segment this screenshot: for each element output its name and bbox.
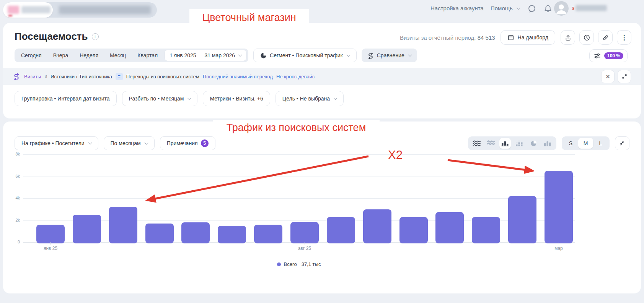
y-axis-label: 6k — [7, 174, 20, 178]
chart-bar-ноя 25[interactable] — [399, 217, 428, 243]
annotation-shop-title: Цветочный магазин — [189, 9, 309, 26]
legend-label: Всего — [284, 261, 297, 267]
chart-bar-янв 26[interactable] — [472, 217, 500, 243]
chart-bar-май 25[interactable] — [181, 222, 210, 243]
annotation-chart-title: Трафик из поисковых систем — [213, 120, 380, 135]
x-axis-tick — [305, 242, 305, 245]
chart-bar-дек 25[interactable] — [435, 212, 464, 243]
x-axis-label: янв 25 — [35, 246, 66, 251]
chart-bar-мар 25[interactable] — [109, 207, 137, 243]
chart-bar-мар 26[interactable] — [545, 171, 573, 243]
x-axis-label: авг 25 — [289, 246, 320, 251]
x-axis-tick — [51, 242, 51, 245]
y-axis-label: 2k — [7, 218, 20, 222]
x-axis-label: мар — [543, 246, 574, 251]
gridline — [23, 154, 575, 155]
legend-color-dot — [277, 262, 281, 266]
chart-bar-июн 25[interactable] — [218, 226, 246, 243]
gridline — [23, 198, 575, 199]
chart-bar-окт 25[interactable] — [363, 209, 391, 243]
chart-bar-апр 25[interactable] — [145, 224, 174, 243]
chart-bar-янв 25[interactable] — [36, 225, 65, 243]
chart-bar-июл 25[interactable] — [254, 225, 282, 243]
y-axis-label: 8k — [7, 152, 20, 156]
chart-bar-сен 25[interactable] — [327, 217, 355, 243]
y-axis-label: 4k — [7, 196, 20, 200]
x-axis-tick — [559, 242, 559, 245]
gridline — [23, 177, 575, 177]
chart-bar-фев 26[interactable] — [508, 196, 536, 243]
annotation-x2-label: X2 — [388, 148, 403, 162]
bar-chart: 8k6k4k2k0янв 25авг 25мар — [0, 0, 644, 303]
chart-legend: Всего 37,1 тыс — [23, 261, 575, 267]
y-axis-label: 0 — [7, 240, 20, 244]
chart-bar-авг 25[interactable] — [290, 222, 319, 243]
legend-value: 37,1 тыс — [302, 261, 321, 267]
chart-bar-фев 25[interactable] — [73, 215, 101, 243]
